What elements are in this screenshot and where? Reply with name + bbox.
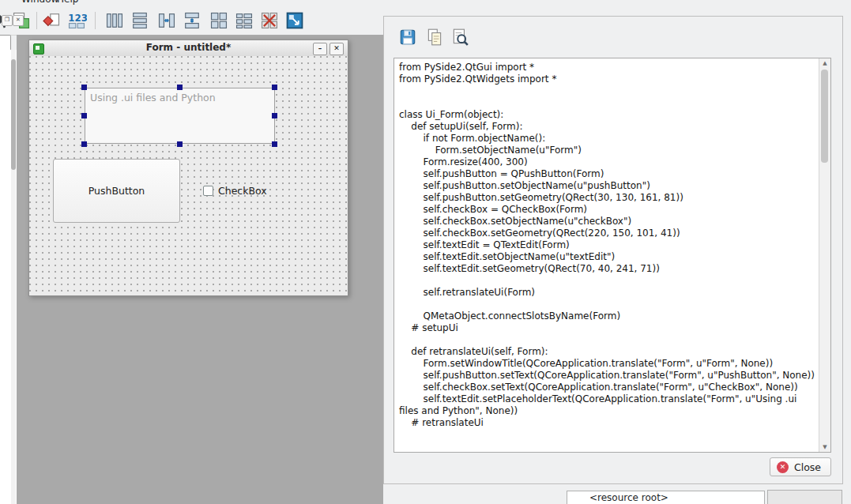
close-button-icon: ✕	[777, 461, 789, 473]
menu-window[interactable]: Window	[21, 0, 58, 5]
scroll-up-icon[interactable]: ▲	[819, 58, 830, 68]
dock-float-button[interactable]: ❐	[2, 15, 13, 26]
selection-handle[interactable]	[177, 141, 183, 147]
splitter-horizontal-icon[interactable]	[156, 10, 177, 31]
layout-horizontal-icon[interactable]	[104, 10, 125, 31]
generated-python-code[interactable]: from PySide2.QtGui import * from PySide2…	[394, 58, 830, 432]
toolbar-separator	[36, 12, 37, 29]
edit-buddies-icon[interactable]	[41, 10, 62, 31]
dock-float-icon: ❐	[5, 17, 9, 23]
canvas-checkbox-widget[interactable]: CheckBox	[203, 175, 283, 207]
selection-handle[interactable]	[81, 85, 87, 90]
textedit-placeholder-text: Using .ui files and Python	[90, 92, 269, 103]
find-icon[interactable]	[450, 28, 469, 47]
form-minimize-button[interactable]: –	[313, 43, 327, 55]
selection-handle[interactable]	[272, 85, 277, 90]
dock-close-button[interactable]: ✕	[13, 15, 24, 26]
form-window: Form - untitled* – ✕ Using .ui files and…	[28, 39, 348, 296]
adjust-size-icon[interactable]	[284, 10, 305, 31]
svg-text:123: 123	[68, 13, 87, 24]
selection-handle[interactable]	[81, 113, 87, 118]
widget-box-scrollbar-thumb[interactable]	[11, 59, 16, 170]
checkbox-box-icon[interactable]	[203, 186, 213, 196]
selection-handle[interactable]	[177, 85, 183, 90]
break-layout-icon[interactable]	[259, 10, 280, 31]
close-button[interactable]: ✕ Close	[770, 457, 831, 476]
layout-grid-icon[interactable]	[209, 10, 229, 31]
dock-close-icon: ✕	[16, 17, 21, 23]
menubar: Window Help	[0, 0, 851, 6]
code-scrollbar-thumb[interactable]	[821, 70, 828, 163]
layout-form-icon[interactable]	[234, 10, 254, 31]
menu-help[interactable]: Help	[57, 0, 78, 5]
close-button-label: Close	[794, 461, 821, 473]
widget-box-panel	[0, 50, 17, 504]
edit-tab-order-icon[interactable]: 123	[66, 10, 87, 31]
pushbutton-label: PushButton	[88, 185, 145, 197]
layout-vertical-icon[interactable]	[130, 10, 150, 31]
qt-designer-screen: Window Help 123	[0, 0, 851, 504]
save-icon[interactable]	[398, 28, 417, 47]
selection-handle[interactable]	[81, 141, 87, 147]
resource-side-panel	[767, 490, 842, 504]
form-canvas[interactable]: Using .ui files and Python PushButton Ch…	[29, 56, 348, 295]
canvas-pushbutton-widget[interactable]: PushButton	[53, 159, 180, 223]
selection-handle[interactable]	[272, 141, 277, 147]
copy-icon[interactable]	[425, 28, 444, 47]
main-toolbar: 123	[0, 6, 383, 36]
code-preview-dialog: from PySide2.QtGui import * from PySide2…	[383, 16, 843, 484]
resource-root-item[interactable]: <resource root>	[567, 491, 765, 504]
form-titlebar[interactable]: Form - untitled* – ✕	[29, 40, 348, 57]
widget-filter-input[interactable]	[0, 35, 11, 51]
toolbar-separator	[95, 12, 96, 29]
minimize-icon: –	[318, 44, 322, 52]
form-close-button[interactable]: ✕	[329, 43, 344, 55]
canvas-textedit-widget[interactable]: Using .ui files and Python	[85, 88, 275, 144]
code-scrollbar[interactable]: ▲ ▼	[819, 58, 830, 452]
scroll-down-icon[interactable]: ▼	[819, 442, 830, 452]
close-icon: ✕	[333, 44, 340, 52]
form-window-title: Form - untitled*	[29, 42, 348, 53]
checkbox-label: CheckBox	[218, 185, 267, 197]
selection-handle[interactable]	[272, 113, 277, 118]
code-view[interactable]: from PySide2.QtGui import * from PySide2…	[393, 58, 831, 453]
splitter-vertical-icon[interactable]	[182, 10, 202, 31]
